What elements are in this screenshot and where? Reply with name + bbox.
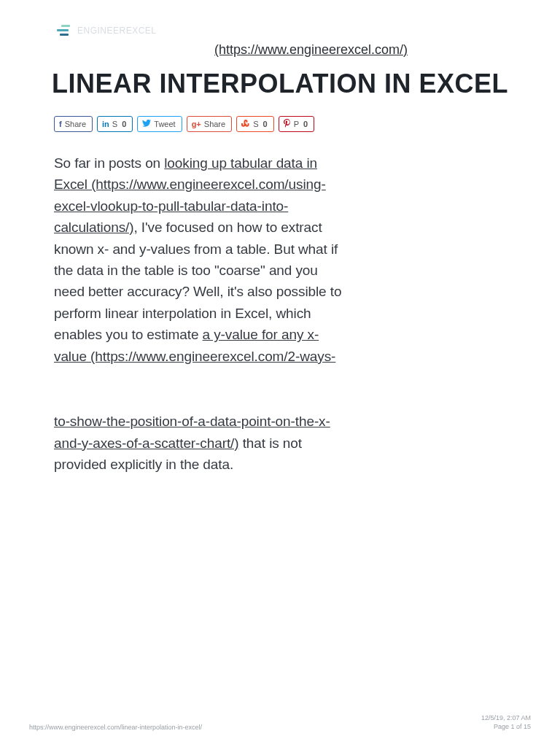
share-button-row: f Share in S 0 Tweet g+ Share S 0 (54, 116, 506, 132)
share-count: 0 (122, 120, 126, 128)
text-lead: So far in posts on (54, 155, 164, 171)
googleplus-share-button[interactable]: g+ Share (187, 116, 233, 132)
share-label: S (112, 120, 117, 128)
footer-url: https://www.engineerexcel.com/linear-int… (29, 724, 202, 731)
header: ENGINEEREXCEL (https://www.engineerexcel… (54, 25, 506, 100)
googleplus-icon: g+ (192, 120, 201, 128)
body-paragraph-1: So far in posts on looking up tabular da… (54, 152, 346, 367)
share-label: P (294, 120, 299, 128)
share-count: 0 (303, 120, 308, 128)
share-label: S (253, 120, 258, 128)
share-label: Tweet (154, 120, 175, 128)
document-page: ENGINEEREXCEL (https://www.engineerexcel… (0, 0, 560, 747)
linkedin-share-button[interactable]: in S 0 (97, 116, 133, 132)
stumbleupon-share-button[interactable]: S 0 (236, 116, 273, 132)
home-link[interactable]: (https://www.engineerexcel.com/) (214, 41, 346, 58)
print-footer: https://www.engineerexcel.com/linear-int… (29, 713, 531, 731)
logo: ENGINEEREXCEL (57, 25, 506, 36)
pinterest-icon (284, 119, 291, 129)
text-mid: , I've focused on how to extract known x… (54, 220, 341, 342)
page-title: LINEAR INTERPOLATION IN EXCEL (25, 69, 535, 99)
twitter-icon (142, 120, 151, 128)
body-paragraph-2: to-show-the-position-of-a-data-point-on-… (54, 411, 346, 475)
logo-text: ENGINEEREXCEL (77, 26, 157, 36)
twitter-share-button[interactable]: Tweet (137, 116, 182, 132)
footer-timestamp: 12/5/19, 2:07 AM (481, 713, 531, 722)
facebook-icon: f (59, 120, 62, 128)
stumbleupon-icon (241, 120, 250, 128)
pinterest-share-button[interactable]: P 0 (279, 116, 314, 132)
facebook-share-button[interactable]: f Share (54, 116, 93, 132)
share-label: Share (204, 120, 225, 128)
share-label: Share (65, 120, 86, 128)
footer-page-number: Page 1 of 15 (481, 722, 531, 731)
share-count: 0 (263, 120, 268, 128)
linkedin-icon: in (102, 120, 109, 128)
logo-icon (57, 25, 73, 36)
